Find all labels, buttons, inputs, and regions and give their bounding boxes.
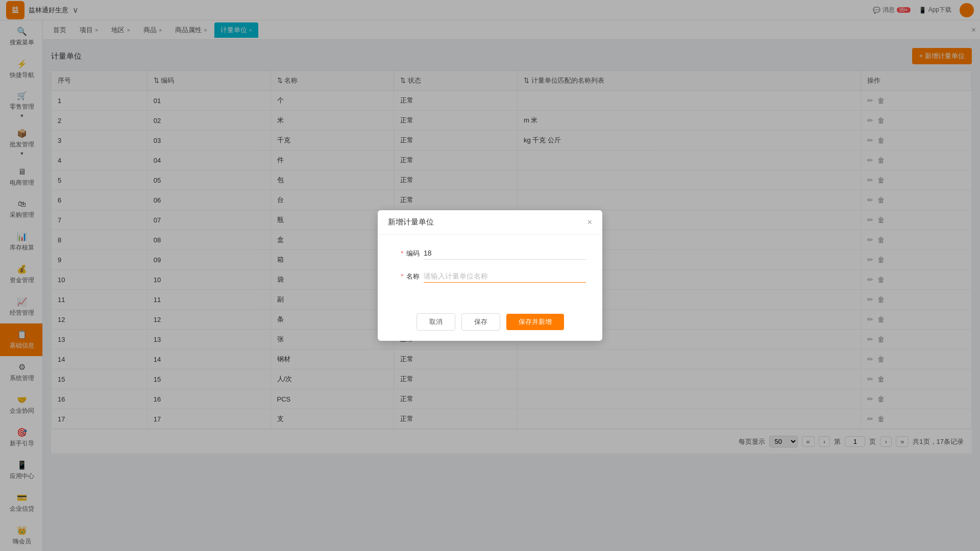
add-unit-modal: 新增计量单位 × * 编码 * 名称 取消 保存 保存并新增: [378, 210, 602, 341]
code-label-text: 编码: [406, 249, 420, 257]
code-input[interactable]: [424, 247, 586, 260]
required-star: *: [401, 272, 403, 280]
name-label: * 名称: [394, 272, 420, 281]
required-star: *: [401, 249, 403, 257]
cancel-button[interactable]: 取消: [416, 313, 455, 331]
modal-overlay[interactable]: 新增计量单位 × * 编码 * 名称 取消 保存 保存并新增: [0, 0, 980, 551]
name-label-text: 名称: [406, 272, 420, 280]
form-row-code: * 编码: [394, 247, 586, 260]
modal-body: * 编码 * 名称: [378, 235, 602, 305]
modal-close-btn[interactable]: ×: [587, 218, 592, 227]
save-and-new-button[interactable]: 保存并新增: [506, 314, 564, 330]
save-button[interactable]: 保存: [461, 313, 500, 331]
modal-header: 新增计量单位 ×: [378, 210, 602, 235]
modal-footer: 取消 保存 保存并新增: [378, 305, 602, 341]
name-input[interactable]: [424, 270, 586, 283]
code-label: * 编码: [394, 249, 420, 258]
form-row-name: * 名称: [394, 270, 586, 283]
modal-title: 新增计量单位: [388, 217, 434, 227]
